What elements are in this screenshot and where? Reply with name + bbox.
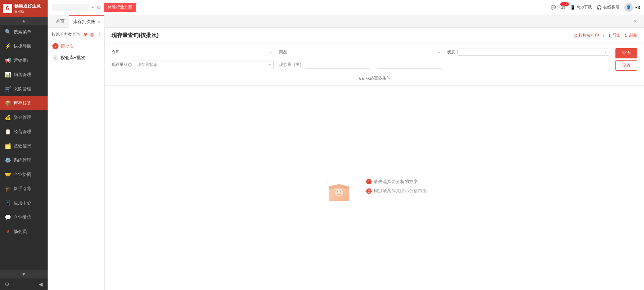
- phone-icon: 📱: [570, 5, 575, 10]
- sidebar-footer: ⚙ ◀: [0, 278, 48, 290]
- range-separator: —: [372, 62, 376, 67]
- empty-tips: 1 请先选择要分析的方案 2 用过滤条件来缩小分析范围: [366, 179, 427, 198]
- stock-status-dropdown-icon: ▾: [269, 63, 271, 67]
- sidebar-item-member[interactable]: V 畅会员: [0, 224, 48, 239]
- sidebar-collapse-icon[interactable]: ◀: [39, 281, 43, 287]
- sidebar-scroll-down[interactable]: ▼: [0, 270, 48, 278]
- user-initial: 👤: [626, 5, 631, 10]
- apps-icon: 📱: [5, 200, 11, 206]
- app-download-btn[interactable]: 📱 App下载: [570, 4, 592, 10]
- newbie-icon: 🎓: [5, 186, 11, 192]
- sidebar-item-label: 基础信息: [14, 143, 31, 149]
- app-title: 畅康通好生意: [14, 3, 41, 9]
- tab-inventory-batch[interactable]: 库存批次账 ×: [69, 15, 104, 28]
- topbar-search-input[interactable]: [52, 4, 89, 11]
- tab-home[interactable]: 首页: [52, 15, 69, 28]
- app-subtitle: 标准版: [14, 9, 41, 14]
- filter-row-1: 仓库 ··· 商品 ··· 状态: [112, 48, 609, 56]
- tabbar: 首页 库存批次账 × ✕: [48, 15, 644, 28]
- online-service-btn[interactable]: 🎧 在线客服: [597, 4, 620, 10]
- topbar-dropdown-btn[interactable]: ▾: [92, 5, 94, 10]
- sidebar-item-label: 资金管理: [14, 114, 31, 121]
- schema-batch-label: 按批次: [61, 43, 74, 49]
- stock-status-label: 现存量状态: [112, 62, 132, 68]
- collapse-more-btn[interactable]: ∧∧ 收起更多条件: [112, 73, 637, 83]
- messages-btn[interactable]: 💬 消息 99+: [551, 4, 565, 10]
- sidebar-item-newbie[interactable]: 🎓 新手引导: [0, 182, 48, 196]
- print-btn[interactable]: 🖨 按模板打印: [573, 33, 599, 38]
- sidebar-item-label: 新手引导: [14, 186, 31, 192]
- app-download-label: App下载: [577, 4, 592, 10]
- status-select[interactable]: ▾: [457, 49, 609, 56]
- tip-num-2: 2: [366, 188, 372, 194]
- sidebar-item-quick-nav[interactable]: ⚡ 快捷导航: [0, 39, 48, 53]
- filter-row-2: 现存量状态 现存量状态 ▾ 现存量（主） —: [112, 60, 609, 69]
- print-dropdown-icon[interactable]: ▾: [603, 33, 605, 38]
- user-menu-btn[interactable]: 👤 Rit: [624, 3, 640, 12]
- stock-qty-to-input[interactable]: [378, 61, 442, 69]
- sidebar-item-apps[interactable]: 📱 应用中心: [0, 196, 48, 210]
- filter-stock-qty: 现存量（主） —: [279, 61, 441, 69]
- add-schema-icon[interactable]: ⊕: [83, 31, 88, 38]
- goods-input[interactable]: [289, 48, 436, 56]
- sidebar-item-label: 快捷导航: [14, 43, 31, 49]
- topbar-right: 💬 消息 99+ 📱 App下载 🎧 在线客服 👤 Rit: [551, 3, 640, 12]
- query-btn[interactable]: 查询: [615, 48, 637, 58]
- quick-nav-icon: ⚡: [5, 43, 11, 49]
- stock-qty-from-input[interactable]: [306, 61, 369, 69]
- settings-icon[interactable]: ⚙: [5, 281, 9, 287]
- stock-status-value: 现存量状态: [137, 62, 157, 68]
- sidebar-item-label: 应用中心: [14, 200, 31, 206]
- sidebar: 6 畅康通好生意 标准版 ▲ 🔍 搜索菜单 ⚡ 快捷导航 📢 营销推广 📊 销售…: [0, 0, 48, 290]
- page-header: 现存量查询(按批次) 🖨 按模板打印 ▾ ⬆ 导出 ↻ 刷新: [105, 28, 644, 43]
- sidebar-item-sales[interactable]: 📊 销售管理: [0, 68, 48, 82]
- wechat-icon: 💬: [5, 214, 11, 220]
- headset-icon: 🎧: [597, 5, 602, 10]
- sidebar-item-wechat[interactable]: 💬 企业微信: [0, 210, 48, 224]
- schema-warehouse-batch-icon: ○: [52, 55, 58, 61]
- filter-goods: 商品 ···: [279, 48, 441, 56]
- experience-btn[interactable]: 体验行业方案: [104, 3, 136, 12]
- sidebar-item-basic[interactable]: 🗂️ 基础信息: [0, 139, 48, 153]
- system-icon: ⚙️: [5, 157, 11, 163]
- sidebar-item-marketing[interactable]: 📢 营销推广: [0, 53, 48, 68]
- printer-icon: 🖨: [573, 33, 577, 38]
- sidebar-item-search[interactable]: 🔍 搜索菜单: [0, 25, 48, 39]
- tip-text-2: 用过滤条件来缩小分析范围: [374, 188, 427, 194]
- topbar-settings-icon[interactable]: ⚙: [97, 4, 101, 11]
- sidebar-item-operation[interactable]: 📋 经营管理: [0, 125, 48, 139]
- warehouse-input[interactable]: [122, 48, 268, 56]
- goods-more-icon[interactable]: ···: [438, 50, 442, 55]
- main-area: ▾ ⚙ 体验行业方案 💬 消息 99+ 📱 App下载 🎧 在线客服 👤: [48, 0, 644, 290]
- svg-point-3: [335, 189, 343, 196]
- collapse-more-label: 收起更多条件: [366, 75, 390, 81]
- sidebar-item-enterprise[interactable]: 🤝 企业协同: [0, 167, 48, 182]
- sidebar-item-label: 营销推广: [14, 57, 31, 64]
- filter-status: 状态 ▾: [447, 49, 609, 56]
- refresh-btn[interactable]: ↻ 刷新: [624, 33, 637, 38]
- sidebar-item-finance[interactable]: 💰 资金管理: [0, 110, 48, 125]
- sidebar-item-purchase[interactable]: 🛒 采购管理: [0, 82, 48, 96]
- sidebar-item-label: 采购管理: [14, 86, 31, 92]
- sidebar-item-inventory[interactable]: 📦 库存核算: [0, 96, 48, 110]
- settings-btn[interactable]: 设置: [615, 60, 637, 71]
- stock-status-select[interactable]: 现存量状态 ▾: [134, 60, 274, 69]
- tab-close-btn[interactable]: ×: [98, 20, 100, 24]
- svg-text:✦: ✦: [348, 180, 349, 182]
- stock-qty-range: —: [306, 61, 441, 69]
- tab-panel-close-btn[interactable]: ✕: [630, 19, 640, 24]
- warehouse-more-icon[interactable]: ···: [270, 50, 274, 55]
- filter-stock-status: 现存量状态 现存量状态 ▾: [112, 60, 274, 69]
- status-label: 状态: [447, 49, 455, 55]
- svg-point-4: [337, 191, 338, 193]
- schema-item-warehouse-batch[interactable]: ○ 按仓库+批次: [48, 52, 104, 64]
- sidebar-item-system[interactable]: ⚙️ 系统管理: [0, 153, 48, 167]
- schema-collapse-icon[interactable]: 《: [96, 32, 100, 38]
- filter-buttons: 查询 设置: [613, 48, 637, 71]
- schema-item-batch[interactable]: ● 按批次: [48, 40, 104, 52]
- export-btn[interactable]: ⬆ 导出: [608, 33, 621, 38]
- schema-settings-icon[interactable]: ◎: [90, 32, 94, 37]
- sidebar-item-label: 企业协同: [14, 171, 31, 178]
- sidebar-item-label: 系统管理: [14, 157, 31, 163]
- sidebar-scroll-up[interactable]: ▲: [0, 17, 48, 25]
